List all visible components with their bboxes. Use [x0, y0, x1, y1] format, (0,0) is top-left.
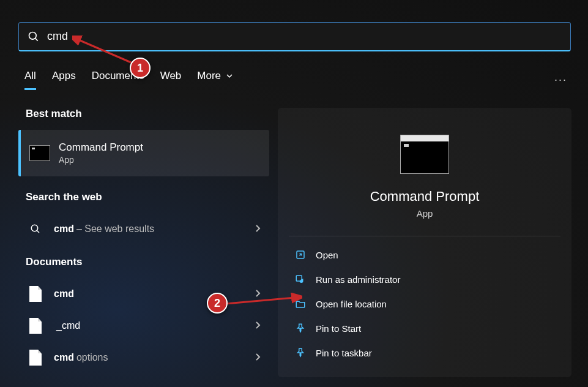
panel-title: Command Prompt	[370, 189, 480, 205]
search-icon	[28, 31, 40, 43]
tab-more-label: More	[197, 70, 221, 81]
command-prompt-icon	[29, 145, 50, 161]
document-result[interactable]: cmd	[18, 278, 269, 310]
results-column: Best match Command Prompt App Search the…	[18, 108, 269, 374]
web-result-suffix: – See web results	[76, 224, 154, 235]
action-label: Pin to taskbar	[316, 348, 372, 358]
document-result[interactable]: cmdoptions	[18, 342, 269, 374]
document-icon	[29, 318, 42, 334]
tab-web[interactable]: Web	[160, 70, 182, 90]
doc-name-rest: _cmd	[56, 320, 80, 331]
action-open-file-location[interactable]: Open file location	[289, 291, 560, 316]
divider	[289, 236, 560, 236]
document-result[interactable]: _cmd	[18, 310, 269, 342]
documents-heading: Documents	[26, 256, 269, 268]
best-match-title: Command Prompt	[59, 141, 143, 154]
svg-line-1	[35, 38, 38, 40]
annotation-badge-1: 1	[130, 58, 151, 78]
admin-shield-icon	[295, 274, 306, 285]
action-run-as-administrator[interactable]: Run as administrator	[289, 267, 560, 291]
details-panel: Command Prompt App Open Run as administr…	[278, 108, 571, 377]
action-label: Open file location	[316, 299, 387, 309]
filter-tabs: All Apps Documents Web More	[24, 70, 233, 90]
search-input[interactable]	[47, 30, 562, 43]
action-label: Run as administrator	[316, 274, 400, 285]
action-open[interactable]: Open	[289, 242, 560, 267]
annotation-badge-2: 2	[207, 293, 228, 314]
tab-more[interactable]: More	[197, 70, 232, 90]
best-match-result[interactable]: Command Prompt App	[18, 130, 269, 176]
doc-name-bold: cmd	[54, 352, 74, 363]
action-pin-to-start[interactable]: Pin to Start	[289, 316, 560, 340]
search-web-heading: Search the web	[26, 191, 269, 203]
svg-point-0	[29, 32, 37, 39]
action-label: Pin to Start	[316, 323, 361, 334]
pin-icon	[295, 323, 306, 334]
best-match-subtitle: App	[59, 155, 143, 165]
action-label: Open	[316, 250, 338, 260]
search-bar[interactable]	[18, 22, 571, 51]
best-match-heading: Best match	[26, 108, 269, 120]
doc-name-rest: options	[76, 352, 108, 363]
search-icon	[27, 224, 44, 235]
action-pin-to-taskbar[interactable]: Pin to taskbar	[289, 340, 560, 365]
tab-apps[interactable]: Apps	[52, 70, 76, 90]
svg-line-3	[37, 230, 39, 233]
doc-name-bold: cmd	[54, 288, 74, 299]
tab-all[interactable]: All	[24, 70, 36, 90]
document-icon	[29, 286, 42, 302]
document-icon	[29, 350, 42, 366]
panel-subtitle: App	[417, 208, 433, 219]
svg-point-2	[31, 225, 38, 231]
folder-icon	[295, 298, 306, 309]
web-result-query: cmd	[54, 224, 74, 235]
chevron-right-icon	[255, 289, 261, 299]
chevron-right-icon	[255, 321, 261, 331]
open-icon	[295, 249, 306, 260]
pin-icon	[295, 347, 306, 358]
chevron-right-icon	[255, 353, 261, 363]
overflow-button[interactable]: ···	[554, 73, 567, 86]
command-prompt-icon	[400, 135, 449, 174]
chevron-down-icon	[226, 70, 233, 81]
chevron-right-icon	[255, 224, 261, 235]
web-result-item[interactable]: cmd – See web results	[18, 213, 269, 245]
